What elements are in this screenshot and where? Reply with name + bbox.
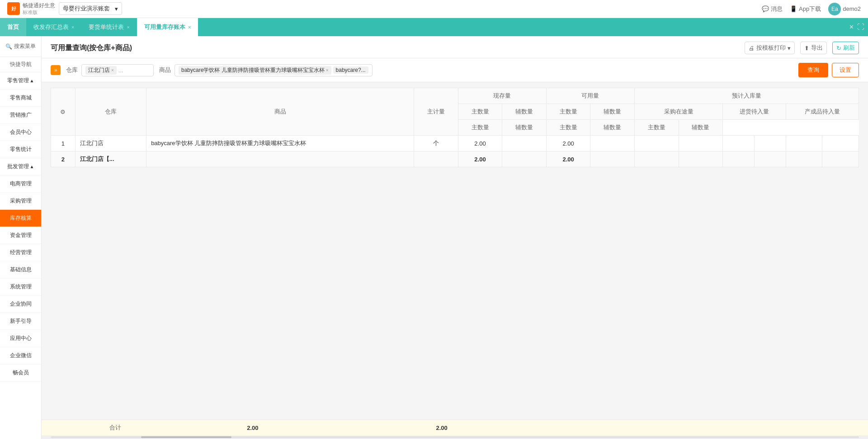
- table-area: ⚙ 仓库 商品 主计量 现存量 可用量 预计入库量 主数量 辅数量 主数量 辅数…: [42, 82, 868, 420]
- message-icon: 💬: [762, 5, 769, 12]
- sidebar-item-membership-plus[interactable]: 畅会员: [0, 364, 41, 382]
- user-action[interactable]: Ea demo2: [828, 3, 861, 15]
- sidebar-item-enterprise-collab[interactable]: 企业协同: [0, 296, 41, 313]
- col-purchase-transit-header: 采购在途量: [634, 104, 722, 120]
- search-menu-button[interactable]: 🔍 搜索菜单: [4, 40, 38, 53]
- query-button[interactable]: 查询: [798, 63, 828, 77]
- sidebar-item-inventory-check[interactable]: 库存核算: [0, 210, 41, 227]
- col-settings-header[interactable]: ⚙: [51, 88, 75, 136]
- col-finished-sub-header: 辅数量: [679, 120, 723, 136]
- tab-receivables[interactable]: 收发存汇总表 ×: [26, 18, 81, 36]
- row2-inbound-main: [723, 151, 755, 167]
- close-all-tabs-icon[interactable]: ×: [849, 23, 854, 31]
- close-icon[interactable]: ×: [127, 24, 129, 30]
- export-icon: ⬆: [804, 45, 809, 52]
- export-button[interactable]: ⬆ 导出: [800, 42, 827, 54]
- row1-stock-main: 2.00: [458, 136, 502, 151]
- footer-stock-total: 2.00: [247, 425, 258, 431]
- header-left: 好 畅捷通好生意 标准版 母婴行业演示账套 ▾: [7, 2, 122, 16]
- row1-purchase-main: [634, 136, 679, 151]
- col-product-header: 商品: [146, 88, 414, 136]
- sidebar-item-basic-info[interactable]: 基础信息: [0, 261, 41, 279]
- row1-avail-main: 2.00: [546, 136, 590, 151]
- col-inbound-main-header: 主数量: [546, 120, 590, 136]
- row2-stock-main: 2.00: [458, 151, 502, 167]
- col-predicted-header: 预计入库量: [634, 88, 859, 104]
- sidebar-item-ecommerce[interactable]: 电商管理: [0, 175, 41, 193]
- row2-purchase-sub: [679, 151, 723, 167]
- tab-available-inventory[interactable]: 可用量库存账本 ×: [137, 18, 198, 36]
- row1-avail-sub: [590, 136, 635, 151]
- row2-num: 2: [51, 151, 75, 167]
- table-footer: 合计 2.00 2.00: [42, 420, 868, 435]
- industry-selector[interactable]: 母婴行业演示账套 ▾: [59, 2, 122, 15]
- tag-close-icon[interactable]: ×: [326, 68, 329, 73]
- content-area: 可用量查询(按仓库+商品) 🖨 按模板打印 ▾ ⬆ 导出 ↻ 刷新: [42, 36, 868, 439]
- nav-tabs: 首页 收发存汇总表 × 要货单统计表 × 可用量库存账本 × × ⛶: [0, 18, 868, 36]
- product-label: 商品: [159, 66, 171, 74]
- close-icon[interactable]: ×: [71, 24, 74, 30]
- sidebar-item-marketing[interactable]: 营销推广: [0, 107, 41, 124]
- row1-finished-sub: [822, 136, 859, 151]
- settings-button[interactable]: 设置: [832, 63, 859, 77]
- sidebar-item-quick-nav[interactable]: 快捷导航: [0, 57, 41, 72]
- sidebar-item-wholesale-mgmt[interactable]: 批发管理 ▲: [0, 158, 41, 175]
- table-row: 2 江北门店【... 2.00 2.00: [51, 151, 859, 167]
- filter-actions: 查询 设置: [798, 63, 859, 77]
- expand-icon: ▲: [30, 78, 34, 83]
- row1-stock-sub: [502, 136, 547, 151]
- expand-icon: ▲: [30, 164, 34, 169]
- col-stock-sub-header: 辅数量: [502, 104, 547, 120]
- col-finished-main-header: 主数量: [634, 120, 679, 136]
- table-row: 1 江北门店 babycare学饮杯 儿童防摔防撞吸管杯重力球吸嘴杯宝宝水杯 个…: [51, 136, 859, 151]
- sidebar-item-finance[interactable]: 资金管理: [0, 227, 41, 244]
- sidebar-item-enterprise-wechat[interactable]: 企业微信: [0, 347, 41, 364]
- filter-bar: » 仓库 江北门店 × ... 商品 babycare学饮杯 儿童防摔防撞吸管杯…: [42, 58, 868, 82]
- logo-area: 好 畅捷通好生意 标准版: [7, 2, 55, 16]
- footer-label: 合计: [109, 424, 121, 432]
- refresh-button[interactable]: ↻ 刷新: [832, 42, 859, 54]
- horizontal-scrollbar[interactable]: [42, 435, 868, 439]
- sidebar-item-purchase-mgmt[interactable]: 采购管理: [0, 193, 41, 210]
- logo-text: 畅捷通好生意 标准版: [23, 2, 55, 16]
- sidebar-item-membership[interactable]: 会员中心: [0, 124, 41, 141]
- row2-unit: [414, 151, 458, 167]
- page-actions: 🖨 按模板打印 ▾ ⬆ 导出 ↻ 刷新: [745, 42, 859, 54]
- more-icon[interactable]: ...: [118, 67, 123, 74]
- message-action[interactable]: 💬 消息: [762, 5, 783, 13]
- mobile-icon: 📱: [790, 5, 797, 12]
- sidebar-item-system-mgmt[interactable]: 系统管理: [0, 279, 41, 296]
- sidebar-item-retail-stats[interactable]: 零售统计: [0, 141, 41, 158]
- tab-home[interactable]: 首页: [0, 18, 26, 36]
- print-icon: 🖨: [749, 45, 755, 52]
- col-stock-main-header: 主数量: [458, 104, 502, 120]
- page-title: 可用量查询(按仓库+商品): [51, 43, 132, 53]
- expand-icon[interactable]: ⛶: [857, 23, 864, 31]
- sidebar-item-app-center[interactable]: 应用中心: [0, 330, 41, 347]
- close-icon[interactable]: ×: [188, 24, 191, 30]
- tab-order-stats[interactable]: 要货单统计表 ×: [81, 18, 137, 36]
- app-download-action[interactable]: 📱 App下载: [790, 5, 821, 13]
- sidebar-item-operations[interactable]: 经营管理: [0, 244, 41, 261]
- sidebar-item-retail-mall[interactable]: 零售商城: [0, 90, 41, 107]
- warehouse-filter-input[interactable]: 江北门店 × ...: [81, 64, 154, 76]
- tag-close-icon[interactable]: ×: [111, 68, 114, 73]
- row1-warehouse: 江北门店: [75, 136, 146, 151]
- product-filter-input[interactable]: babycare学饮杯 儿童防摔防撞吸管杯重力球吸嘴杯宝宝水杯 × babyca…: [175, 64, 373, 76]
- scroll-thumb[interactable]: [141, 436, 231, 438]
- refresh-icon: ↻: [836, 45, 841, 52]
- col-warehouse-header: 仓库: [75, 88, 146, 136]
- col-purchase-sub-header: 辅数量: [502, 120, 547, 136]
- row1-inbound-sub: [755, 136, 786, 151]
- logo-icon: 好: [7, 2, 20, 15]
- row1-product: babycare学饮杯 儿童防摔防撞吸管杯重力球吸嘴杯宝宝水杯: [146, 136, 414, 151]
- row1-num: 1: [51, 136, 75, 151]
- sidebar-item-new-guide[interactable]: 新手引导: [0, 313, 41, 330]
- sidebar-item-retail-mgmt[interactable]: 零售管理 ▲: [0, 72, 41, 90]
- print-button[interactable]: 🖨 按模板打印 ▾: [745, 42, 795, 54]
- expand-filter-button[interactable]: »: [51, 65, 61, 75]
- col-purchase-main-header: 主数量: [458, 120, 502, 136]
- row2-product: [146, 151, 414, 167]
- product-filter-group: 商品 babycare学饮杯 儿童防摔防撞吸管杯重力球吸嘴杯宝宝水杯 × bab…: [159, 64, 373, 76]
- tabs-right-actions: × ⛶: [849, 23, 868, 31]
